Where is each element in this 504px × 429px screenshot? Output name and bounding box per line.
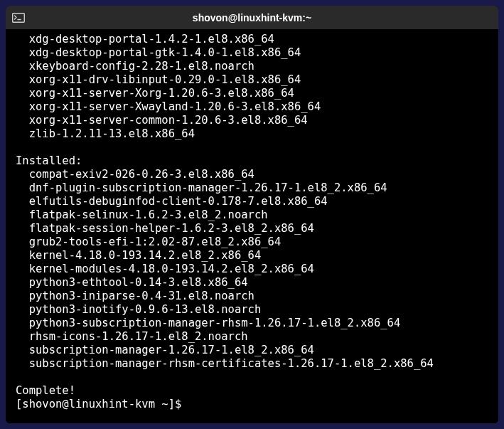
terminal-line: xorg-x11-server-Xorg-1.20.6-3.el8.x86_64 [16,87,488,100]
terminal-line [16,371,488,384]
terminal-output[interactable]: xdg-desktop-portal-1.4.2-1.el8.x86_64 xd… [6,30,498,423]
terminal-icon [11,12,26,23]
terminal-line: elfutils-debuginfod-client-0.178-7.el8.x… [16,195,488,208]
terminal-line: python3-subscription-manager-rhsm-1.26.1… [16,317,488,330]
window-title: shovon@linuxhint-kvm:~ [193,12,311,23]
terminal-line: xorg-x11-server-common-1.20.6-3.el8.x86_… [16,114,488,127]
terminal-line: flatpak-session-helper-1.6.2-3.el8_2.x86… [16,222,488,235]
terminal-line: xdg-desktop-portal-1.4.2-1.el8.x86_64 [16,33,488,46]
terminal-line: compat-exiv2-026-0.26-3.el8.x86_64 [16,168,488,181]
terminal-window: shovon@linuxhint-kvm:~ xdg-desktop-porta… [6,6,498,423]
terminal-line: Installed: [16,154,488,168]
title-bar[interactable]: shovon@linuxhint-kvm:~ [6,6,498,30]
shell-prompt: [shovon@linuxhint-kvm ~]$ [16,398,188,411]
terminal-line: zlib-1.2.11-13.el8.x86_64 [16,127,488,141]
terminal-line: subscription-manager-rhsm-certificates-1… [16,357,488,371]
terminal-line: kernel-modules-4.18.0-193.14.2.el8_2.x86… [16,263,488,276]
terminal-line: dnf-plugin-subscription-manager-1.26.17-… [16,181,488,195]
terminal-line: kernel-4.18.0-193.14.2.el8_2.x86_64 [16,249,488,263]
terminal-line: python3-ethtool-0.14-3.el8.x86_64 [16,276,488,290]
terminal-line: xkeyboard-config-2.28-1.el8.noarch [16,60,488,73]
terminal-line: rhsm-icons-1.26.17-1.el8_2.noarch [16,330,488,344]
terminal-line: xdg-desktop-portal-gtk-1.4.0-1.el8.x86_6… [16,46,488,60]
terminal-prompt-line: [shovon@linuxhint-kvm ~]$ [16,398,488,411]
terminal-line: xorg-x11-server-Xwayland-1.20.6-3.el8.x8… [16,100,488,114]
terminal-line: python3-inotify-0.9.6-13.el8.noarch [16,303,488,317]
terminal-line: python3-iniparse-0.4-31.el8.noarch [16,290,488,303]
svg-rect-0 [13,13,25,22]
terminal-line: grub2-tools-efi-1:2.02-87.el8_2.x86_64 [16,235,488,249]
terminal-line: flatpak-selinux-1.6.2-3.el8_2.noarch [16,208,488,222]
terminal-line: xorg-x11-drv-libinput-0.29.0-1.el8.x86_6… [16,73,488,87]
terminal-line [16,141,488,154]
terminal-line: subscription-manager-1.26.17-1.el8_2.x86… [16,344,488,357]
terminal-line: Complete! [16,384,488,398]
